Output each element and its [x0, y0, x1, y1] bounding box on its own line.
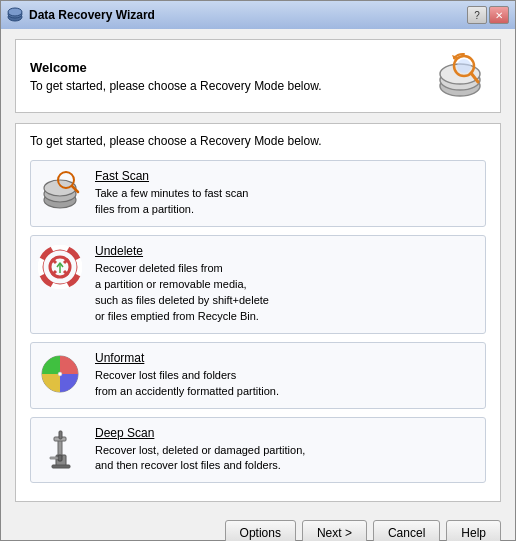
deep-scan-icon [37, 426, 83, 472]
svg-rect-24 [59, 431, 62, 439]
help-footer-button[interactable]: Help [446, 520, 501, 541]
svg-point-7 [457, 59, 471, 73]
unformat-icon [37, 351, 83, 397]
title-icon [7, 7, 23, 23]
fast-scan-desc: Take a few minutes to fast scanfiles fro… [95, 186, 479, 218]
undelete-item[interactable]: Undelete Recover deleted files froma par… [30, 235, 486, 334]
next-button[interactable]: Next > [302, 520, 367, 541]
undelete-desc: Recover deleted files froma partition or… [95, 261, 479, 325]
svg-point-12 [44, 180, 76, 196]
wizard-icon [434, 50, 486, 102]
welcome-description: To get started, please choose a Recovery… [30, 79, 434, 93]
deep-scan-desc: Recover lost, deleted or damaged partiti… [95, 443, 479, 475]
cancel-button[interactable]: Cancel [373, 520, 440, 541]
window-controls: ? ✕ [467, 6, 509, 24]
svg-point-2 [8, 8, 22, 16]
deep-scan-item[interactable]: Deep Scan Recover lost, deleted or damag… [30, 417, 486, 484]
unformat-text: Unformat Recover lost files and foldersf… [95, 351, 479, 400]
svg-rect-26 [50, 457, 58, 459]
content-area: Welcome To get started, please choose a … [1, 29, 515, 512]
welcome-text: Welcome To get started, please choose a … [30, 60, 434, 93]
svg-point-19 [58, 372, 62, 376]
unformat-desc: Recover lost files and foldersfrom an ac… [95, 368, 479, 400]
deep-scan-title: Deep Scan [95, 426, 479, 440]
unformat-title: Unformat [95, 351, 479, 365]
modes-area: To get started, please choose a Recovery… [15, 123, 501, 502]
svg-rect-21 [52, 465, 70, 468]
options-button[interactable]: Options [225, 520, 296, 541]
fast-scan-item[interactable]: Fast Scan Take a few minutes to fast sca… [30, 160, 486, 227]
undelete-title: Undelete [95, 244, 479, 258]
welcome-title: Welcome [30, 60, 434, 75]
window-title: Data Recovery Wizard [29, 8, 461, 22]
undelete-icon [37, 244, 83, 290]
fast-scan-icon [37, 169, 83, 215]
welcome-panel: Welcome To get started, please choose a … [15, 39, 501, 113]
help-button[interactable]: ? [467, 6, 487, 24]
svg-rect-25 [58, 455, 62, 461]
main-window: Data Recovery Wizard ? ✕ Welcome To get … [0, 0, 516, 541]
unformat-item[interactable]: Unformat Recover lost files and foldersf… [30, 342, 486, 409]
deep-scan-text: Deep Scan Recover lost, deleted or damag… [95, 426, 479, 475]
undelete-text: Undelete Recover deleted files froma par… [95, 244, 479, 325]
instruction-text: To get started, please choose a Recovery… [30, 134, 486, 148]
fast-scan-title: Fast Scan [95, 169, 479, 183]
close-button[interactable]: ✕ [489, 6, 509, 24]
title-bar: Data Recovery Wizard ? ✕ [1, 1, 515, 29]
fast-scan-text: Fast Scan Take a few minutes to fast sca… [95, 169, 479, 218]
footer: Options Next > Cancel Help [1, 512, 515, 541]
